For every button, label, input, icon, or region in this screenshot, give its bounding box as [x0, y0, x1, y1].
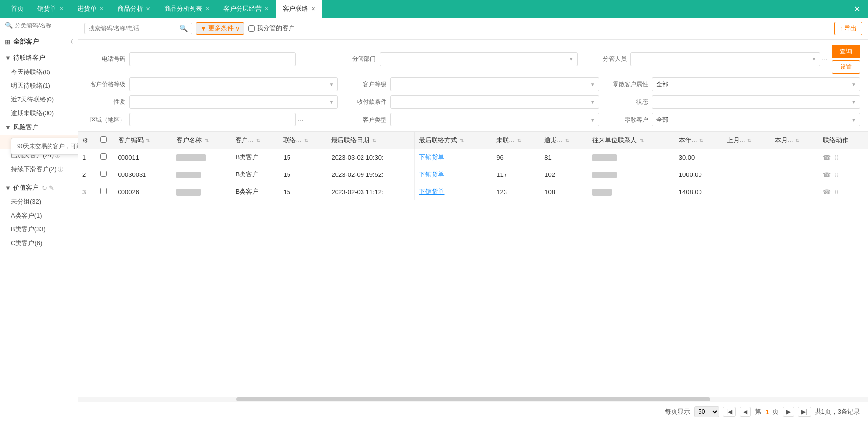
filter-person-select[interactable] [630, 52, 820, 66]
next-page-button[interactable]: ▶ [783, 407, 794, 417]
td-contact-2: 15 [279, 166, 327, 183]
th-settings[interactable]: ⚙ [78, 132, 96, 149]
horizontal-scrollbar[interactable] [78, 397, 868, 402]
tab-analysis-list-label: 商品分析列表 [164, 4, 202, 13]
blurred-name-3 [176, 189, 201, 196]
filter-zero-customer-select[interactable]: 全部 [652, 113, 860, 126]
filter-dept-select[interactable] [380, 52, 577, 66]
my-customers-checkbox[interactable] [248, 25, 255, 32]
filter-customer-type-select[interactable] [390, 113, 599, 126]
sort-overdue-icon[interactable]: ⇅ [565, 138, 569, 143]
filter-zero-attr-select[interactable]: 全部 [652, 77, 860, 91]
td-uncontacted-1: 96 [492, 149, 540, 166]
sort-name-icon[interactable]: ⇅ [205, 138, 209, 143]
contact-icon-1[interactable]: ☎ [823, 154, 831, 161]
contact-icon-3[interactable]: ☎ [823, 188, 831, 196]
tab-home[interactable]: 首页 [4, 0, 30, 18]
contact-way-link-2[interactable]: 下销货单 [419, 171, 444, 178]
tab-purchase-close[interactable]: ✕ [99, 6, 104, 12]
more-icon-2[interactable]: ⁞⁞ [835, 171, 839, 178]
row-checkbox-1[interactable] [100, 153, 107, 160]
sort-contact-icon[interactable]: ⇅ [304, 138, 308, 143]
tab-customer-segment-close[interactable]: ✕ [265, 6, 269, 12]
settings-button[interactable]: 设置 [832, 60, 860, 74]
th-checkbox[interactable] [96, 132, 114, 149]
sidebar-group-pending[interactable]: ▼ 待联络客户 [0, 50, 78, 65]
sidebar-item-tomorrow[interactable]: 明天待联络(1) [0, 79, 78, 93]
filter-price-tier-select[interactable] [129, 77, 338, 91]
contact-way-link-3[interactable]: 下销货单 [419, 188, 444, 195]
sort-date-icon[interactable]: ⇅ [372, 138, 376, 143]
contact-icon-2[interactable]: ☎ [823, 171, 831, 178]
first-page-button[interactable]: |◀ [723, 407, 736, 417]
tab-customer-contact[interactable]: 客户联络 ✕ [276, 0, 322, 18]
page-size-select[interactable]: 50 100 200 [694, 406, 719, 417]
tab-analysis[interactable]: 商品分析 ✕ [111, 0, 157, 18]
filter-customer-tier-select[interactable] [390, 77, 599, 91]
toolbar-search-button[interactable]: 🔍 [179, 25, 188, 32]
sidebar-item-7days[interactable]: 近7天待联络(0) [0, 93, 78, 106]
settings-icon: ⚙ [82, 137, 88, 144]
more-icon-3[interactable]: ⁞⁞ [835, 188, 839, 196]
sidebar-item-ungroup[interactable]: 未分组(32) [0, 195, 78, 209]
sidebar-item-class-b-label: B类客户(33) [11, 225, 46, 234]
filter-status-select[interactable] [652, 95, 860, 109]
sidebar-item-declining[interactable]: 持续下滑客户(2) ⓘ [0, 162, 78, 176]
scrollbar-thumb[interactable] [236, 397, 710, 401]
sidebar-group-risk[interactable]: ▼ 风险客户 [0, 120, 78, 135]
refresh-icon[interactable]: ↻ [42, 184, 47, 192]
tab-analysis-list[interactable]: 商品分析列表 ✕ [157, 0, 217, 18]
query-button[interactable]: 查询 [832, 45, 860, 58]
sidebar-group-value[interactable]: ▼ 价值客户 ↻ ✎ [0, 180, 78, 195]
tab-analysis-close[interactable]: ✕ [146, 6, 150, 12]
filter-region-dots[interactable]: ··· [298, 116, 304, 124]
row-checkbox-2[interactable] [100, 171, 107, 177]
sidebar-item-today[interactable]: 今天待联络(0) [0, 65, 78, 79]
td-seq-1: 1 [78, 149, 96, 166]
tab-purchase[interactable]: 进货单 ✕ [71, 0, 111, 18]
filter-region-input[interactable] [129, 113, 296, 126]
sidebar-item-overdue[interactable]: 逾期未联络(30) [0, 106, 78, 120]
more-icon-1[interactable]: ⁞⁞ [835, 154, 839, 161]
td-name-1 [172, 149, 231, 166]
tab-customer-segment[interactable]: 客户分层经营 ✕ [217, 0, 276, 18]
sidebar-item-class-a[interactable]: A类客户(1) [0, 209, 78, 223]
td-check-1[interactable] [96, 149, 114, 166]
edit-icon[interactable]: ✎ [49, 184, 54, 192]
toolbar-search-input[interactable] [89, 25, 179, 32]
filter-payment-select[interactable] [390, 95, 599, 109]
sort-type-icon[interactable]: ⇅ [256, 138, 260, 143]
td-actions-1: ☎ ⁞⁞ [819, 149, 868, 166]
sidebar-item-class-c[interactable]: C类客户(6) [0, 236, 78, 250]
window-close-button[interactable]: ✕ [850, 4, 864, 14]
sidebar-search-input[interactable] [15, 22, 73, 29]
sort-this-month-icon[interactable]: ⇅ [796, 138, 799, 143]
tab-analysis-list-close[interactable]: ✕ [205, 6, 210, 12]
my-customers-checkbox-label[interactable]: 我分管的客户 [248, 24, 295, 33]
sidebar-all-customers[interactable]: ⊞ 全部客户 《 [0, 33, 78, 50]
tab-customer-contact-close[interactable]: ✕ [311, 6, 315, 12]
sort-way-icon[interactable]: ⇅ [460, 138, 464, 143]
filter-person-dots[interactable]: ··· [822, 55, 828, 63]
sort-code-icon[interactable]: ⇅ [146, 138, 150, 143]
sidebar-item-class-b[interactable]: B类客户(33) [0, 223, 78, 236]
select-all-checkbox[interactable] [100, 136, 107, 143]
sort-uncontacted-icon[interactable]: ⇅ [517, 138, 521, 143]
more-filters-button[interactable]: ▼ 更多条件 ∨ [196, 22, 244, 35]
td-year-2: 1000.00 [675, 166, 723, 183]
td-check-3[interactable] [96, 183, 114, 200]
filter-gender-select[interactable] [129, 95, 338, 109]
td-year-1: 30.00 [675, 149, 723, 166]
tab-sales-close[interactable]: ✕ [59, 6, 64, 12]
last-page-button[interactable]: ▶| [798, 407, 811, 417]
row-checkbox-3[interactable] [100, 188, 107, 194]
prev-page-button[interactable]: ◀ [740, 407, 751, 417]
tab-sales[interactable]: 销货单 ✕ [30, 0, 71, 18]
td-check-2[interactable] [96, 166, 114, 183]
sort-year-icon[interactable]: ⇅ [699, 138, 703, 143]
sort-person-icon[interactable]: ⇅ [640, 138, 644, 143]
contact-way-link-1[interactable]: 下销货单 [419, 153, 444, 161]
filter-phone-input[interactable] [129, 52, 296, 66]
export-button[interactable]: ↑ 导出 [834, 22, 863, 35]
sort-last-month-icon[interactable]: ⇅ [747, 138, 751, 143]
